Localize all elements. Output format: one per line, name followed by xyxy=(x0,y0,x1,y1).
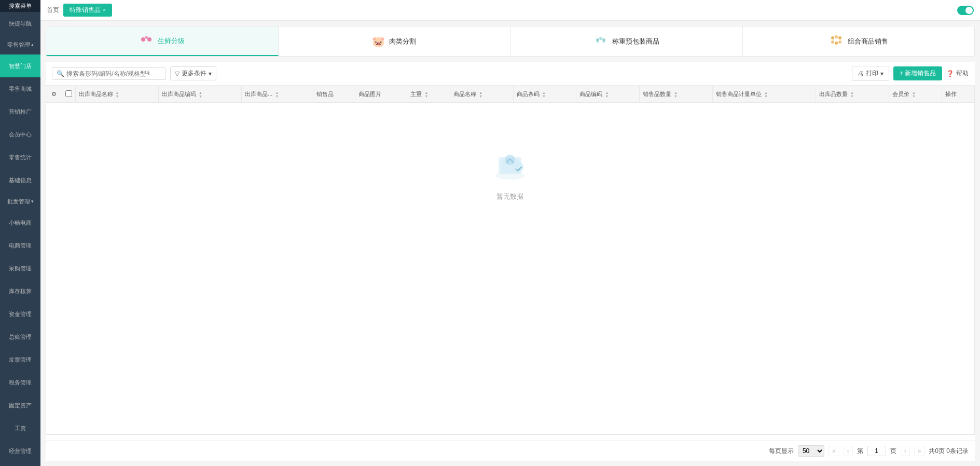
select-all-checkbox[interactable] xyxy=(65,90,72,97)
sidebar-item-capital-mgmt[interactable]: 资金管理 xyxy=(0,303,40,325)
filter-button[interactable]: ▽ 更多条件 ▾ xyxy=(170,66,216,80)
svg-point-13 xyxy=(838,40,841,44)
sidebar-item-basic-info[interactable]: 基础信息 xyxy=(0,169,40,191)
search-input[interactable] xyxy=(66,70,149,77)
th-out-product-name[interactable]: 出库商品名称 ▲▼ xyxy=(75,86,158,103)
purchase-mgmt-label: 采购管理 xyxy=(9,265,32,272)
first-page-button[interactable]: « xyxy=(829,446,839,456)
retail-mgmt-label: 零售管理 xyxy=(7,41,30,49)
tab-meat-cut[interactable]: 🐷 肉类分割 xyxy=(279,26,511,56)
member-center-label: 会员中心 xyxy=(9,131,32,139)
sidebar-logo[interactable]: 搜索菜单 xyxy=(0,0,40,12)
search-box[interactable]: 🔍 xyxy=(52,67,166,80)
th-settings[interactable]: ⚙ xyxy=(46,86,62,103)
table-header-row: ⚙ 出库商品名称 ▲▼ 出库商品编码 ▲▼ xyxy=(46,86,974,103)
per-page-select[interactable]: 10 20 50 100 xyxy=(798,445,824,457)
sidebar-item-member-center[interactable]: 会员中心 xyxy=(0,123,40,146)
sidebar-item-ecom-mgmt[interactable]: 电商管理 xyxy=(0,234,40,257)
tab-weight-pkg-label: 称重预包装商品 xyxy=(612,37,659,46)
sidebar-item-purchase-mgmt[interactable]: 采购管理 xyxy=(0,257,40,280)
sidebar-item-wholesale-mgmt[interactable]: 批发管理 ▾ xyxy=(0,191,40,211)
smart-store-label: 智慧门店 xyxy=(9,62,32,70)
sidebar-item-retail-stats[interactable]: 零售统计 xyxy=(0,146,40,169)
th-sales-qty[interactable]: 销售品数量 ▲▼ xyxy=(639,86,712,103)
table-body: 暂无数据 xyxy=(46,103,974,243)
sidebar-item-general-ledger[interactable]: 总账管理 xyxy=(0,325,40,348)
sidebar-item-fixed-assets[interactable]: 固定资产 xyxy=(0,394,40,417)
sidebar-item-ops-mgmt[interactable]: 经营管理 xyxy=(0,440,40,462)
last-page-button[interactable]: » xyxy=(914,446,925,456)
close-tab-icon[interactable]: × xyxy=(103,7,106,13)
quick-nav-label: 快捷导航 xyxy=(9,20,32,28)
th-out-product-x[interactable]: 出库商品... ▲▼ xyxy=(242,86,313,103)
sidebar-item-mini-ecom[interactable]: 小畅电商 xyxy=(0,211,40,234)
help-button[interactable]: ❓ 帮助 xyxy=(946,69,969,78)
print-button[interactable]: 🖨 打印 ▾ xyxy=(852,66,889,81)
first-page-icon: « xyxy=(832,447,836,455)
sort-product-code[interactable]: ▲▼ xyxy=(605,91,609,98)
th-sales-product: 销售品 xyxy=(313,86,355,103)
mini-ecom-label: 小畅电商 xyxy=(9,219,32,227)
data-table: ⚙ 出库商品名称 ▲▼ 出库商品编码 ▲▼ xyxy=(46,86,974,243)
sidebar-item-invoice-mgmt[interactable]: 发票管理 xyxy=(0,348,40,371)
sidebar-item-tax-mgmt[interactable]: 税务管理 xyxy=(0,371,40,394)
th-product-name[interactable]: 商品名称 ▲▼ xyxy=(450,86,514,103)
sidebar-item-inventory[interactable]: 库存核算 xyxy=(0,280,40,303)
sort-sales-unit[interactable]: ▲▼ xyxy=(764,91,768,98)
th-out-product-name-label: 出库商品名称 xyxy=(79,91,113,97)
pagination-bar: 每页显示 10 20 50 100 « ‹ 第 页 › » 共0页 0条记录 xyxy=(46,441,975,461)
th-product-image: 商品图片 xyxy=(355,86,407,103)
sort-out-product-name[interactable]: ▲▼ xyxy=(116,91,119,98)
topbar: 首页 特殊销售品 × xyxy=(40,0,980,21)
empty-text: 暂无数据 xyxy=(496,192,523,201)
sort-out-qty[interactable]: ▲▼ xyxy=(850,91,854,98)
sidebar-item-sales-promo[interactable]: 营销推广 xyxy=(0,100,40,123)
sidebar: 搜索菜单 快捷导航 零售管理 ▴ 智慧门店 零售商城 营销推广 会员中心 零售统… xyxy=(0,0,40,466)
th-product-barcode[interactable]: 商品条码 ▲▼ xyxy=(513,86,576,103)
prev-page-icon: ‹ xyxy=(847,447,849,455)
category-tabs: 生鲜分级 🐷 肉类分割 称重预包装商品 xyxy=(46,26,975,57)
th-checkbox[interactable] xyxy=(62,86,75,103)
sales-promo-label: 营销推广 xyxy=(9,108,32,116)
active-tab[interactable]: 特殊销售品 × xyxy=(63,4,112,17)
svg-point-2 xyxy=(147,37,151,42)
tab-combo-sales[interactable]: 组合商品销售 xyxy=(743,26,975,56)
tab-weight-pkg[interactable]: 称重预包装商品 xyxy=(510,26,743,56)
svg-point-12 xyxy=(835,42,838,45)
retail-stats-label: 零售统计 xyxy=(9,154,32,161)
sort-product-name[interactable]: ▲▼ xyxy=(479,91,482,98)
sort-main-weight[interactable]: ▲▼ xyxy=(424,91,428,98)
th-out-product-x-label: 出库商品... xyxy=(245,91,272,97)
prev-page-button[interactable]: ‹ xyxy=(844,446,853,456)
sort-member-price[interactable]: ▲▼ xyxy=(912,91,916,98)
empty-state: 暂无数据 xyxy=(46,103,974,243)
ecom-mgmt-label: 电商管理 xyxy=(9,242,32,250)
next-page-button[interactable]: › xyxy=(901,446,910,456)
th-main-weight[interactable]: 主重 ▲▼ xyxy=(407,86,450,103)
sidebar-item-basic-info2[interactable]: 基础信息 xyxy=(0,462,40,466)
th-out-qty[interactable]: 出库品数量 ▲▼ xyxy=(816,86,889,103)
sort-product-barcode[interactable]: ▲▼ xyxy=(542,91,546,98)
th-product-code[interactable]: 商品编码 ▲▼ xyxy=(576,86,640,103)
sidebar-item-retail-mgmt[interactable]: 零售管理 ▴ xyxy=(0,35,40,54)
sort-out-product-x[interactable]: ▲▼ xyxy=(275,91,279,98)
th-operation: 操作 xyxy=(942,86,974,103)
th-sales-qty-label: 销售品数量 xyxy=(643,91,671,97)
th-member-price[interactable]: 会员价 ▲▼ xyxy=(889,86,942,103)
toggle-switch[interactable] xyxy=(957,6,974,15)
sidebar-item-retail-mall[interactable]: 零售商城 xyxy=(0,77,40,100)
sidebar-item-payroll[interactable]: 工资 xyxy=(0,417,40,440)
add-sales-button[interactable]: + 新增销售品 xyxy=(893,66,942,80)
sidebar-item-smart-store[interactable]: 智慧门店 xyxy=(0,54,40,77)
page-number-input[interactable] xyxy=(867,446,886,456)
help-icon: ❓ xyxy=(946,70,954,77)
sort-sales-qty[interactable]: ▲▼ xyxy=(674,91,678,98)
horizontal-scrollbar[interactable] xyxy=(46,434,975,441)
home-link[interactable]: 首页 xyxy=(47,6,59,15)
th-sales-unit[interactable]: 销售商品计量单位 ▲▼ xyxy=(712,86,816,103)
tab-fresh-grade[interactable]: 生鲜分级 xyxy=(46,26,279,56)
sidebar-item-quick-nav[interactable]: 快捷导航 xyxy=(0,12,40,35)
filter-label: 更多条件 xyxy=(182,69,206,78)
th-out-product-code[interactable]: 出库商品编码 ▲▼ xyxy=(158,86,241,103)
sort-out-product-code[interactable]: ▲▼ xyxy=(199,91,202,98)
